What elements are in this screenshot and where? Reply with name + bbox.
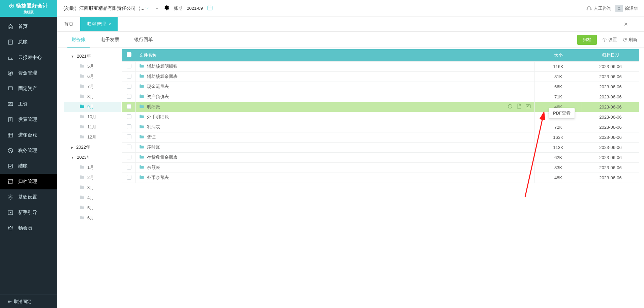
tree-month-2021年-5月[interactable]: 5月 (64, 61, 121, 71)
folder-icon (80, 215, 85, 221)
tree-year-2023年[interactable]: ▼2023年 (64, 152, 121, 162)
col-date: 归档日期 (582, 49, 639, 61)
table-row[interactable]: 存货数量余额表62K2023-06-06 (122, 152, 639, 162)
sidebar-item-salary[interactable]: 工资 (0, 96, 57, 112)
company-selector[interactable]: (勿删）江西服宝精品有限责任公司（...﹀ (63, 5, 150, 11)
sidebar-item-archive[interactable]: 归档管理 (0, 174, 57, 189)
tree-month-2023年-4月[interactable]: 4月 (64, 193, 121, 203)
archive-date: 2023-06-06 (582, 112, 639, 122)
row-checkbox[interactable] (127, 94, 131, 99)
sidebar-item-chart[interactable]: 云报表中心 (0, 50, 57, 65)
file-name: 存货数量余额表 (147, 154, 178, 160)
archive-date: 2023-06-06 (582, 132, 639, 142)
row-checkbox[interactable] (127, 165, 131, 170)
svg-rect-8 (8, 164, 12, 168)
folder-icon (80, 185, 85, 190)
subtab-电子发票[interactable]: 电子发票 (93, 32, 127, 48)
row-checkbox[interactable] (127, 145, 131, 149)
tree-year-2022年[interactable]: ▶2022年 (64, 142, 121, 152)
tree-month-2023年-3月[interactable]: 3月 (64, 183, 121, 193)
row-checkbox[interactable] (127, 64, 131, 68)
gear-icon[interactable] (164, 5, 170, 12)
table-row[interactable]: 凭证163K2023-06-06 (122, 132, 639, 142)
asset-icon (7, 86, 13, 92)
calendar-icon[interactable] (207, 5, 213, 12)
sidebar-item-ledger[interactable]: 总账 (0, 34, 57, 50)
triangle-down-icon: ▼ (71, 156, 74, 159)
table-row[interactable]: 外币余额表48K2023-06-06 (122, 173, 639, 183)
fullscreen-button[interactable]: ⛶ (632, 17, 644, 31)
refresh-row-icon[interactable] (507, 103, 513, 110)
table-row[interactable]: 余额表83K2023-06-06 (122, 162, 639, 173)
tree-month-2021年-8月[interactable]: 8月 (64, 92, 121, 102)
period-value[interactable]: 2021-09 (187, 6, 203, 11)
table-row[interactable]: 序时账113K2023-06-06 (122, 142, 639, 152)
subtab-银行回单[interactable]: 银行回单 (127, 32, 160, 48)
archive-date: 2023-06-06 (582, 122, 639, 132)
sidebar-item-asset[interactable]: 固定资产 (0, 81, 57, 96)
sidebar-item-invoice[interactable]: 发票管理 (0, 112, 57, 127)
tree-year-2021年[interactable]: ▼2021年 (64, 51, 121, 61)
row-checkbox[interactable] (127, 134, 131, 139)
settings-link[interactable]: 设置 (602, 37, 617, 43)
sidebar-item-tax[interactable]: 税务管理 (0, 143, 57, 158)
sidebar-item-close[interactable]: 结账 (0, 158, 57, 174)
folder-icon (139, 84, 144, 89)
sidebar-item-money[interactable]: 资金管理 (0, 65, 57, 81)
row-checkbox[interactable] (127, 104, 131, 109)
tree-month-2021年-11月[interactable]: 11月 (64, 122, 121, 132)
header: (勿删）江西服宝精品有限责任公司（...﹀ ＋ 账期 2021-09 人工咨询 … (57, 0, 644, 17)
tree-month-2023年-5月[interactable]: 5月 (64, 203, 121, 213)
file-size: 66K (535, 82, 582, 92)
file-size: 62K (535, 152, 582, 162)
table-row[interactable]: 现金流量表66K2023-06-06 (122, 82, 639, 92)
sidebar-item-stock[interactable]: 进销台账 (0, 127, 57, 143)
add-icon[interactable]: ＋ (154, 5, 160, 11)
row-checkbox[interactable] (127, 124, 131, 129)
refresh-link[interactable]: 刷新 (622, 37, 637, 43)
close-icon (7, 163, 13, 169)
tree-month-2023年-6月[interactable]: 6月 (64, 213, 121, 223)
folder-icon (80, 74, 85, 79)
pdf-icon[interactable] (516, 103, 522, 110)
row-checkbox[interactable] (127, 84, 131, 89)
tree-month-2021年-10月[interactable]: 10月 (64, 112, 121, 122)
table-row[interactable]: 辅助核算明细账116K2023-06-06 (122, 61, 639, 71)
sidebar-item-vip[interactable]: 畅会员 (0, 220, 57, 236)
sidebar-item-label: 进销台账 (18, 132, 37, 138)
archive-date: 2023-06-06 (582, 71, 639, 82)
consult-button[interactable]: 人工咨询 (586, 5, 611, 11)
preview-icon[interactable] (525, 103, 531, 110)
sidebar-item-gear[interactable]: 基础设置 (0, 189, 57, 205)
select-all-checkbox[interactable] (127, 52, 131, 57)
tree-month-2021年-6月[interactable]: 6月 (64, 71, 121, 82)
chart-icon (7, 55, 13, 61)
sidebar-item-home[interactable]: 首页 (0, 19, 57, 34)
subtab-财务账[interactable]: 财务账 (64, 32, 93, 48)
close-icon[interactable]: × (109, 22, 111, 27)
row-checkbox[interactable] (127, 175, 131, 180)
row-checkbox[interactable] (127, 114, 131, 119)
tree-month-2021年-9月[interactable]: 9月 (64, 102, 121, 112)
tree-month-2023年-1月[interactable]: 1月 (64, 162, 121, 173)
folder-icon (139, 134, 144, 140)
tab-归档管理[interactable]: 归档管理× (80, 17, 118, 31)
row-checkbox[interactable] (127, 155, 131, 159)
tree-month-2023年-2月[interactable]: 2月 (64, 173, 121, 183)
tab-首页[interactable]: 首页 (57, 17, 80, 31)
tree-month-2021年-7月[interactable]: 7月 (64, 82, 121, 92)
unpin-sidebar[interactable]: ⇤取消固定 (0, 295, 57, 308)
archive-button[interactable]: 归档 (577, 35, 597, 45)
file-name: 外币明细账 (147, 114, 169, 120)
svg-rect-0 (8, 40, 12, 44)
table-row[interactable]: 利润表72K2023-06-06 (122, 122, 639, 132)
close-all-button[interactable]: ✕ (620, 17, 632, 31)
table-row[interactable]: 资产负债表71K2023-06-06 (122, 92, 639, 102)
row-checkbox[interactable] (127, 74, 131, 79)
user-menu[interactable]: 徐泽华 (615, 5, 638, 12)
tree-month-2021年-12月[interactable]: 12月 (64, 132, 121, 142)
table-row[interactable]: 辅助核算余额表81K2023-06-06 (122, 71, 639, 82)
salary-icon (7, 101, 13, 107)
sidebar-item-guide[interactable]: 新手引导 (0, 205, 57, 220)
file-size: 71K (535, 92, 582, 102)
